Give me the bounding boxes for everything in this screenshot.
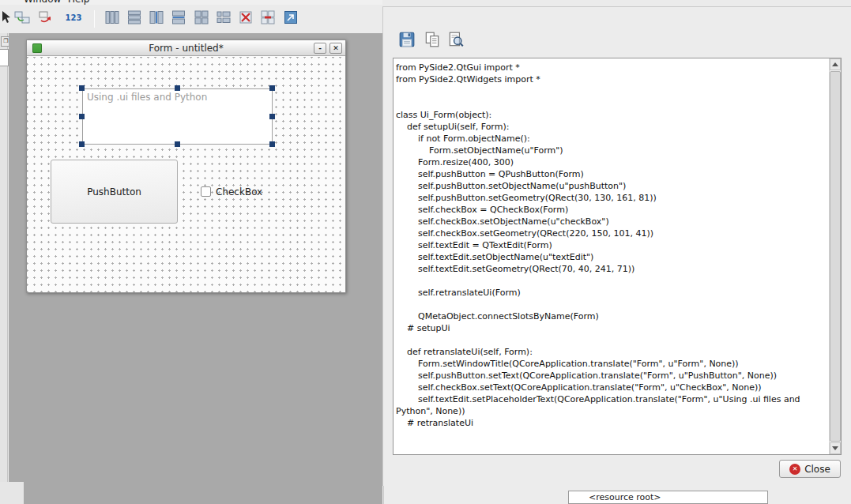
selection-handle-top-right[interactable] — [269, 85, 275, 91]
toolbar-separator — [94, 10, 95, 28]
lay-out-vertically-button[interactable] — [125, 8, 144, 27]
copy-button[interactable] — [424, 31, 442, 50]
code-vertical-scrollbar[interactable] — [829, 58, 841, 454]
edit-signals-slots-button[interactable] — [13, 8, 32, 27]
edit-buddies-button[interactable] — [36, 8, 55, 27]
break-layout-button[interactable] — [236, 8, 255, 27]
lay-out-in-grid-icon — [194, 9, 209, 25]
form-window-title: Form - untitled* — [27, 43, 345, 54]
mdi-area: Form - untitled* - ✕ Using .ui files and… — [9, 33, 382, 504]
edit-buddies-icon — [38, 9, 54, 25]
lay-out-horizontally-in-splitter-button[interactable] — [147, 8, 166, 27]
selection-handle-top-center[interactable] — [175, 85, 180, 91]
pushbutton-widget[interactable]: PushButton — [51, 160, 178, 224]
lay-out-in-form-layout-icon — [216, 9, 232, 25]
checkbox-label: CheckBox — [216, 186, 262, 197]
edit-signals-slots-icon — [14, 9, 30, 25]
widgetbox-filter-fragment[interactable] — [0, 49, 9, 66]
selection-handle-bottom-right[interactable] — [269, 141, 275, 147]
resource-tree[interactable]: <resource root> — [568, 491, 768, 504]
resource-browser-fragment: <resource root> — [383, 486, 851, 504]
code-view[interactable]: from PySide2.QtGui import * from PySide2… — [393, 58, 842, 455]
form-window-titlebar[interactable]: Form - untitled* - ✕ — [27, 40, 345, 56]
main-toolbar: 123 — [0, 5, 382, 33]
selection-handle-top-left[interactable] — [79, 85, 85, 91]
lay-out-horizontally-icon — [104, 9, 120, 25]
selection-handle-mid-left[interactable] — [79, 114, 85, 119]
checkbox-widget[interactable]: CheckBox — [201, 175, 281, 208]
minimize-button[interactable]: - — [314, 43, 326, 54]
save-button[interactable] — [398, 31, 417, 50]
resource-root-item[interactable]: <resource root> — [589, 492, 661, 502]
copy-icon — [424, 31, 441, 48]
scroll-down-icon[interactable] — [830, 442, 841, 454]
bottom-left-panel-corner — [0, 482, 24, 504]
code-preview-panel: from PySide2.QtGui import * from PySide2… — [382, 6, 851, 486]
edit-tab-order-icon: 123 — [66, 13, 82, 22]
lay-out-horizontally-button[interactable] — [103, 8, 122, 27]
selection-handle-bottom-center[interactable] — [175, 141, 180, 147]
close-x-icon: ✕ — [789, 464, 800, 475]
form-canvas[interactable]: Using .ui files and Python PushButton Ch… — [27, 57, 345, 292]
selection-handle-mid-right[interactable] — [269, 114, 275, 119]
simplify-grid-layout-button[interactable] — [258, 8, 277, 27]
up-arrow-icon — [832, 62, 838, 66]
down-arrow-icon — [832, 446, 838, 450]
left-dock-strip — [0, 33, 8, 504]
form-designer-window: Form - untitled* - ✕ Using .ui files and… — [26, 39, 346, 293]
textedit-widget[interactable]: Using .ui files and Python — [82, 88, 273, 145]
window-controls: - ✕ — [314, 43, 342, 54]
scrollbar-thumb[interactable] — [830, 71, 841, 442]
generated-python-code: from PySide2.QtGui import * from PySide2… — [393, 58, 828, 432]
lay-out-vertically-in-splitter-icon — [171, 9, 186, 25]
simplify-grid-layout-icon — [260, 9, 276, 25]
adjust-size-button[interactable] — [281, 8, 300, 27]
checkbox-indicator[interactable] — [201, 186, 211, 197]
scroll-up-icon[interactable] — [830, 58, 841, 70]
find-button[interactable] — [447, 31, 466, 50]
textedit-placeholder: Using .ui files and Python — [87, 92, 207, 103]
find-icon — [447, 31, 465, 48]
selection-handle-bottom-left[interactable] — [79, 141, 85, 147]
break-layout-icon — [238, 9, 254, 25]
lay-out-vertically-in-splitter-button[interactable] — [169, 8, 188, 27]
lay-out-horizontally-in-splitter-icon — [149, 9, 164, 25]
save-icon — [398, 31, 416, 48]
close-dialog-button[interactable]: ✕ Close — [779, 460, 841, 478]
window-close-button[interactable]: ✕ — [329, 43, 342, 54]
adjust-size-icon — [283, 9, 299, 25]
close-button-label: Close — [804, 464, 830, 475]
edit-tab-order-button[interactable]: 123 — [62, 8, 85, 27]
lay-out-vertically-icon — [126, 9, 142, 25]
lay-out-in-form-layout-button[interactable] — [214, 8, 233, 27]
edit-widgets-icon — [0, 9, 13, 25]
lay-out-in-grid-button[interactable] — [192, 8, 211, 27]
